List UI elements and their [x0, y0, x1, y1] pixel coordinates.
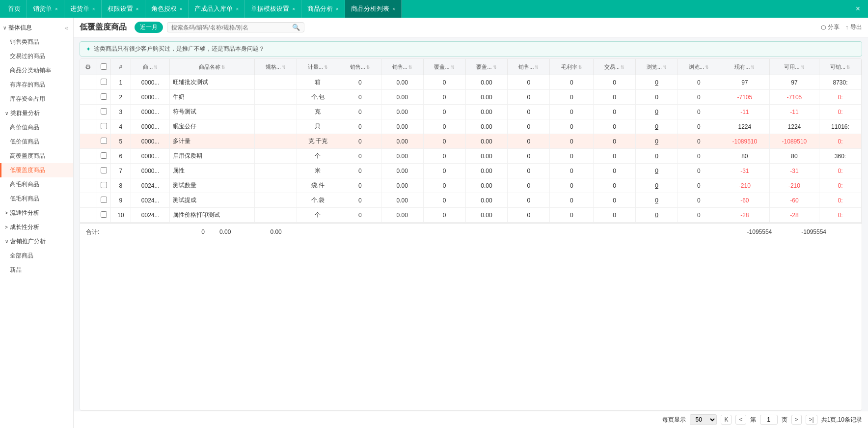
cell-checkbox[interactable]	[97, 193, 110, 208]
cell-view-a[interactable]: 0	[636, 149, 678, 164]
sidebar-section-overall[interactable]: ∨ 整体信息	[3, 22, 32, 34]
cell-view-a[interactable]: 0	[636, 105, 678, 119]
select-all-checkbox[interactable]	[101, 63, 107, 70]
cell-checkbox[interactable]	[97, 134, 110, 149]
nav-role-auth[interactable]: 角色授权 ×	[145, 0, 189, 18]
page-number-input[interactable]	[760, 415, 778, 425]
row-checkbox[interactable]	[101, 79, 107, 85]
row-checkbox[interactable]	[101, 167, 107, 173]
cell-sales-qty: 0	[339, 178, 381, 193]
cell-checkbox[interactable]	[97, 119, 110, 134]
cell-sales-amt: 0.00	[381, 193, 423, 208]
row-checkbox[interactable]	[101, 211, 107, 218]
row-checkbox[interactable]	[101, 93, 107, 100]
page-size-select[interactable]: 50 20 100 200	[690, 414, 717, 425]
next-page-button[interactable]: >	[791, 415, 802, 425]
cell-spec	[254, 164, 297, 178]
cell-unit: 克	[297, 105, 339, 119]
cell-unit: 袋,件	[297, 178, 339, 193]
sidebar-item-all-goods[interactable]: 全部商品	[0, 249, 73, 263]
cell-spec	[254, 75, 297, 90]
sidebar-item-stock-goods[interactable]: 有库存的商品	[0, 78, 73, 92]
cell-code: 0000...	[131, 164, 170, 178]
cell-view-a[interactable]: 0	[636, 75, 678, 90]
nav-product-stock[interactable]: 产成品入库单 ×	[189, 0, 245, 18]
table-row: 3 0000... 符号测试 克 0 0.00 0 0.00 0 0 0 0 0…	[80, 105, 862, 119]
settings-icon[interactable]: ⚙	[85, 63, 91, 71]
row-checkbox[interactable]	[101, 197, 107, 203]
nav-home[interactable]: 首页	[2, 0, 27, 18]
export-button[interactable]: ↑ 导出	[845, 23, 862, 31]
sidebar-item-traded-goods[interactable]: 交易过的商品	[0, 49, 73, 63]
nav-purchase-order[interactable]: 进货单 ×	[64, 0, 102, 18]
sidebar-item-low-value[interactable]: 低价值商品	[0, 135, 73, 149]
sidebar-item-low-coverage[interactable]: 低覆盖度商品	[0, 163, 73, 177]
sidebar-item-low-profit[interactable]: 低毛利商品	[0, 192, 73, 206]
cell-checkbox[interactable]	[97, 75, 110, 90]
nav-product-analysis[interactable]: 商品分析 ×	[301, 0, 345, 18]
filter-recent-month[interactable]: 近一月	[135, 22, 163, 33]
nav-close-icon[interactable]: ×	[180, 6, 183, 12]
close-all-button[interactable]: ×	[850, 4, 866, 13]
column-gross-rate: 毛利率⇅	[550, 59, 594, 75]
row-checkbox[interactable]	[101, 182, 107, 188]
cell-view-a[interactable]: 0	[636, 193, 678, 208]
nav-close-icon[interactable]: ×	[392, 6, 395, 12]
sidebar-item-stock-capital[interactable]: 库存资金占用	[0, 92, 73, 106]
cell-view-a[interactable]: 0	[636, 178, 678, 193]
nav-close-icon[interactable]: ×	[92, 6, 95, 12]
row-checkbox[interactable]	[101, 108, 107, 114]
table-row: 8 0024... 测试数量 袋,件 0 0.00 0 0.00 0 0 0 0…	[80, 178, 862, 193]
cell-view-a[interactable]: 0	[636, 119, 678, 134]
sidebar-section-marketing[interactable]: ∨ 营销推广分析	[0, 234, 73, 249]
row-checkbox[interactable]	[101, 123, 107, 129]
cell-usable: 97	[769, 75, 819, 90]
cell-checkbox[interactable]	[97, 90, 110, 105]
row-checkbox[interactable]	[101, 138, 107, 144]
prev-page-button[interactable]: <	[735, 415, 746, 425]
share-button[interactable]: ⬡ 分享	[821, 23, 840, 31]
cell-checkbox[interactable]	[97, 208, 110, 223]
sidebar-item-high-profit[interactable]: 高毛利商品	[0, 177, 73, 192]
column-checkbox-all[interactable]	[97, 59, 110, 75]
last-page-button[interactable]: >|	[806, 415, 817, 425]
sidebar-item-category-rate[interactable]: 商品分类动销率	[0, 63, 73, 78]
cell-checkbox[interactable]	[97, 149, 110, 164]
nav-template[interactable]: 单据模板设置 ×	[245, 0, 301, 18]
cell-view-a[interactable]: 0	[636, 90, 678, 105]
cell-salable: 8730:	[819, 75, 861, 90]
nav-close-icon[interactable]: ×	[236, 6, 239, 12]
cell-settings	[80, 149, 97, 164]
cell-checkbox[interactable]	[97, 105, 110, 119]
sidebar-item-high-value[interactable]: 高价值商品	[0, 120, 73, 135]
cell-view-a[interactable]: 0	[636, 208, 678, 223]
sidebar-item-new-goods[interactable]: 新品	[0, 263, 73, 277]
column-spec: 规格...⇅	[254, 59, 297, 75]
nav-permission[interactable]: 权限设置 ×	[102, 0, 145, 18]
nav-close-icon[interactable]: ×	[136, 6, 139, 12]
nav-close-icon[interactable]: ×	[336, 6, 339, 12]
cell-checkbox[interactable]	[97, 164, 110, 178]
nav-close-icon[interactable]: ×	[292, 6, 295, 12]
cell-view-a[interactable]: 0	[636, 134, 678, 149]
cell-usable: -60	[769, 193, 819, 208]
sidebar-section-growth[interactable]: > 成长性分析	[0, 220, 73, 234]
cell-cover-b: 0.00	[465, 164, 508, 178]
search-icon[interactable]: 🔍	[292, 24, 300, 31]
search-input[interactable]	[171, 24, 292, 31]
cell-checkbox[interactable]	[97, 178, 110, 193]
nav-product-analysis-list[interactable]: 商品分析列表 ×	[345, 0, 402, 18]
first-page-button[interactable]: K	[721, 415, 732, 425]
sidebar-collapse-button[interactable]: «	[63, 24, 70, 32]
main-layout: ∨ 整体信息 « 销售类商品 交易过的商品 商品分类动销率 有库存的商品 库存资…	[0, 18, 868, 428]
table-row: 10 0024... 属性价格打印测试 个 0 0.00 0 0.00 0 0 …	[80, 208, 862, 223]
sidebar-item-sales-goods[interactable]: 销售类商品	[0, 35, 73, 49]
nav-close-icon[interactable]: ×	[55, 6, 58, 12]
cell-view-a[interactable]: 0	[636, 164, 678, 178]
row-checkbox[interactable]	[101, 152, 107, 159]
sidebar-section-flow[interactable]: > 流通性分析	[0, 206, 73, 220]
sidebar-section-cluster[interactable]: ∨ 类群量分析	[0, 106, 73, 120]
column-settings[interactable]: ⚙	[80, 59, 97, 75]
sidebar-item-high-coverage[interactable]: 高覆盖度商品	[0, 149, 73, 163]
nav-sales-order[interactable]: 销货单 ×	[27, 0, 64, 18]
